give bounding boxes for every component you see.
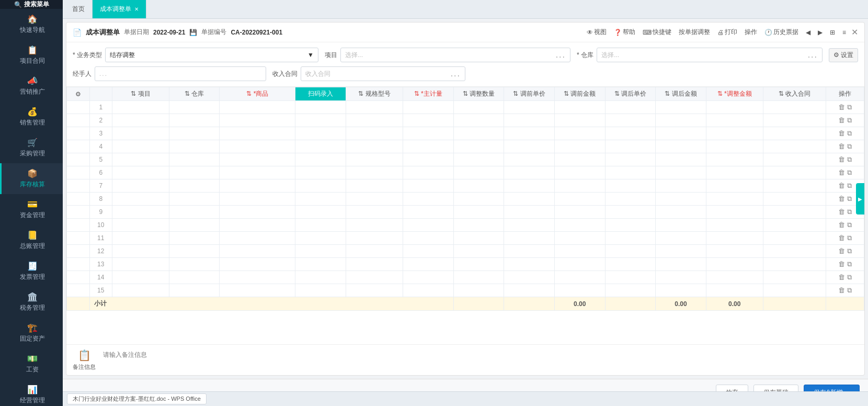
row-adjqty-12[interactable] xyxy=(453,245,504,258)
layout1-btn[interactable]: ⊞ xyxy=(828,28,837,37)
row-bprice-3[interactable] xyxy=(504,127,555,140)
row-warehouse-7[interactable] xyxy=(169,179,220,193)
copy-icon-11[interactable]: ⧉ xyxy=(847,234,852,242)
row-aprice-11[interactable] xyxy=(605,232,656,245)
sidebar-item-tax[interactable]: 🏛️ 税务管理 xyxy=(0,287,63,318)
row-adjamt-1[interactable] xyxy=(706,101,763,114)
row-bamount-15[interactable] xyxy=(554,284,605,297)
row-spec-11[interactable] xyxy=(346,232,403,245)
warehouse-dots[interactable]: ... xyxy=(808,50,818,60)
row-warehouse-14[interactable] xyxy=(169,271,220,284)
copy-icon-15[interactable]: ⧉ xyxy=(847,286,852,295)
row-project-10[interactable] xyxy=(112,219,169,232)
sidebar-item-sales-promotion[interactable]: 📣 营销推广 xyxy=(0,71,63,102)
row-bamount-5[interactable] xyxy=(554,153,605,166)
row-adjqty-15[interactable] xyxy=(453,284,504,297)
row-bprice-12[interactable] xyxy=(504,245,555,258)
row-ic-1[interactable] xyxy=(763,101,826,114)
row-scan-3[interactable] xyxy=(295,127,346,140)
delete-icon-5[interactable]: 🗑 xyxy=(838,155,845,164)
row-aamount-13[interactable] xyxy=(656,258,706,271)
row-adjamt-12[interactable] xyxy=(706,245,763,258)
right-panel-indicator[interactable]: ▶ xyxy=(856,183,864,215)
row-scan-8[interactable] xyxy=(295,193,346,206)
save-icon[interactable]: 💾 xyxy=(189,29,197,36)
row-adjqty-11[interactable] xyxy=(453,232,504,245)
row-project-7[interactable] xyxy=(112,179,169,193)
row-spec-2[interactable] xyxy=(346,114,403,127)
row-goods-3[interactable] xyxy=(220,127,295,140)
delete-icon-9[interactable]: 🗑 xyxy=(838,208,845,216)
row-aprice-3[interactable] xyxy=(605,127,656,140)
row-spec-4[interactable] xyxy=(346,140,403,153)
tab-close-icon[interactable]: ✕ xyxy=(134,6,139,12)
row-unit-2[interactable] xyxy=(403,114,453,127)
row-bprice-13[interactable] xyxy=(504,258,555,271)
row-bamount-14[interactable] xyxy=(554,271,605,284)
row-spec-8[interactable] xyxy=(346,193,403,206)
project-input[interactable]: 选择... ... xyxy=(340,48,570,62)
row-bprice-1[interactable] xyxy=(504,101,555,114)
row-unit-7[interactable] xyxy=(403,179,453,193)
row-goods-9[interactable] xyxy=(220,206,295,219)
history-btn[interactable]: 🕐 历史票据 xyxy=(762,27,801,38)
row-bprice-4[interactable] xyxy=(504,140,555,153)
row-adjamt-3[interactable] xyxy=(706,127,763,140)
row-adjamt-9[interactable] xyxy=(706,206,763,219)
row-aprice-9[interactable] xyxy=(605,206,656,219)
row-adjqty-7[interactable] xyxy=(453,179,504,193)
row-aprice-2[interactable] xyxy=(605,114,656,127)
row-aamount-8[interactable] xyxy=(656,193,706,206)
sidebar-item-invoice[interactable]: 🧾 发票管理 xyxy=(0,256,63,287)
col-scan-enter[interactable]: 扫码录入 xyxy=(295,87,346,101)
row-aprice-8[interactable] xyxy=(605,193,656,206)
col-before-amount[interactable]: ⇅ 调前金额 xyxy=(554,87,605,101)
copy-icon-4[interactable]: ⧉ xyxy=(847,142,852,151)
row-goods-13[interactable] xyxy=(220,258,295,271)
row-adjqty-8[interactable] xyxy=(453,193,504,206)
row-goods-2[interactable] xyxy=(220,114,295,127)
delete-icon-6[interactable]: 🗑 xyxy=(838,168,845,177)
row-scan-7[interactable] xyxy=(295,179,346,193)
row-scan-12[interactable] xyxy=(295,245,346,258)
row-unit-6[interactable] xyxy=(403,166,453,179)
row-unit-10[interactable] xyxy=(403,219,453,232)
income-contract-dots[interactable]: ... xyxy=(451,69,461,78)
row-warehouse-10[interactable] xyxy=(169,219,220,232)
row-aamount-1[interactable] xyxy=(656,101,706,114)
row-goods-11[interactable] xyxy=(220,232,295,245)
row-aprice-10[interactable] xyxy=(605,219,656,232)
row-bamount-10[interactable] xyxy=(554,219,605,232)
row-project-6[interactable] xyxy=(112,166,169,179)
row-spec-12[interactable] xyxy=(346,245,403,258)
view-btn[interactable]: 👁 视图 xyxy=(585,27,609,38)
row-aprice-6[interactable] xyxy=(605,166,656,179)
row-bprice-7[interactable] xyxy=(504,179,555,193)
row-adjqty-3[interactable] xyxy=(453,127,504,140)
row-warehouse-11[interactable] xyxy=(169,232,220,245)
row-bprice-11[interactable] xyxy=(504,232,555,245)
row-adjqty-14[interactable] xyxy=(453,271,504,284)
row-ic-7[interactable] xyxy=(763,179,826,193)
row-scan-5[interactable] xyxy=(295,153,346,166)
row-aprice-15[interactable] xyxy=(605,284,656,297)
row-unit-13[interactable] xyxy=(403,258,453,271)
delete-icon-10[interactable]: 🗑 xyxy=(838,221,845,229)
row-scan-11[interactable] xyxy=(295,232,346,245)
row-unit-12[interactable] xyxy=(403,245,453,258)
row-bamount-6[interactable] xyxy=(554,166,605,179)
col-spec-type[interactable]: ⇅ 规格型号 xyxy=(346,87,403,101)
delete-icon-14[interactable]: 🗑 xyxy=(838,273,845,281)
row-aprice-7[interactable] xyxy=(605,179,656,193)
row-bprice-10[interactable] xyxy=(504,219,555,232)
copy-icon-1[interactable]: ⧉ xyxy=(847,103,852,111)
operation-btn[interactable]: 操作 xyxy=(743,27,759,38)
copy-icon-9[interactable]: ⧉ xyxy=(847,208,852,216)
row-project-5[interactable] xyxy=(112,153,169,166)
copy-icon-3[interactable]: ⧉ xyxy=(847,129,852,138)
row-unit-9[interactable] xyxy=(403,206,453,219)
row-aamount-5[interactable] xyxy=(656,153,706,166)
row-scan-9[interactable] xyxy=(295,206,346,219)
row-spec-14[interactable] xyxy=(346,271,403,284)
row-spec-15[interactable] xyxy=(346,284,403,297)
